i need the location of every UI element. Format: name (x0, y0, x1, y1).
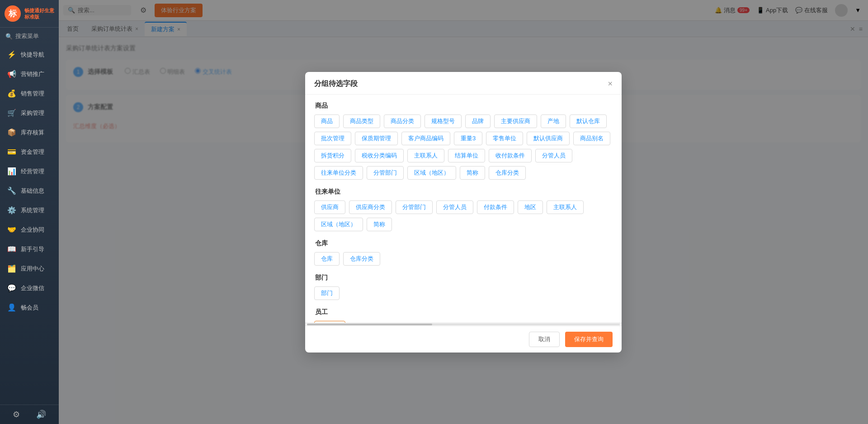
field-tag[interactable]: 部门 (314, 286, 340, 300)
member-icon: 👤 (7, 303, 16, 312)
field-tag[interactable]: 默认仓库 (570, 114, 607, 128)
modal-title: 分组待选字段 (314, 79, 358, 89)
section-product: 商品 商品 商品类型 商品分类 规格型号 品牌 主要供应商 产地 默认仓库 批次… (314, 102, 613, 180)
section-department: 部门 部门 (314, 274, 613, 300)
section-warehouse: 仓库 仓库 仓库分类 (314, 239, 613, 266)
field-tag[interactable]: 付款条件 (477, 200, 514, 214)
field-tag[interactable]: 收付款条件 (489, 149, 532, 162)
field-tag[interactable]: 仓库 (314, 252, 340, 266)
sidebar: 标 畅捷通好生意 标准版 🔍 搜索菜单 ⚡ 快捷导航 📢 营销推广 💰 销售管理… (0, 0, 59, 424)
settings-gear-icon[interactable]: ⚙ (13, 410, 20, 419)
cancel-button[interactable]: 取消 (529, 332, 560, 347)
modal-horizontal-scrollbar[interactable] (305, 323, 622, 325)
sidebar-item-guide[interactable]: 📖 新手引导 (0, 239, 59, 259)
field-tag[interactable]: 供应商分类 (349, 200, 392, 214)
volume-icon[interactable]: 🔊 (36, 410, 46, 419)
section-partner-title: 往来单位 (314, 188, 613, 196)
field-tag[interactable]: 区域（地区） (407, 166, 456, 180)
sidebar-item-inventory[interactable]: 📦 库存核算 (0, 123, 59, 142)
apps-icon: 🗂️ (7, 264, 16, 273)
section-warehouse-title: 仓库 (314, 239, 613, 248)
sidebar-item-marketing[interactable]: 📢 营销推广 (0, 64, 59, 84)
field-tag[interactable]: 仓库分类 (343, 252, 380, 266)
section-employee: 员工 业务员 (314, 308, 613, 323)
field-tag[interactable]: 客户商品编码 (401, 132, 450, 145)
field-tag[interactable]: 地区 (518, 200, 543, 214)
field-tag[interactable]: 商品分类 (384, 114, 421, 128)
scrollbar-track (307, 324, 620, 325)
field-tag[interactable]: 简称 (460, 166, 485, 180)
sidebar-item-label: 畅会员 (21, 304, 38, 312)
field-tag[interactable]: 商品 (314, 114, 340, 128)
field-tag[interactable]: 主联系人 (547, 200, 584, 214)
sidebar-item-label: 应用中心 (21, 265, 44, 273)
finance-icon: 💳 (7, 148, 16, 156)
field-tag[interactable]: 仓库分类 (489, 166, 526, 180)
field-tag[interactable]: 保质期管理 (355, 132, 398, 145)
field-tag[interactable]: 往来单位分类 (314, 166, 363, 180)
field-tag[interactable]: 分管部门 (367, 166, 404, 180)
sidebar-item-quick-nav[interactable]: ⚡ 快捷导航 (0, 45, 59, 64)
field-tag[interactable]: 简称 (367, 218, 392, 231)
sidebar-item-label: 基础信息 (21, 187, 44, 195)
sidebar-item-label: 快捷导航 (21, 51, 44, 59)
modal-body: 商品 商品 商品类型 商品分类 规格型号 品牌 主要供应商 产地 默认仓库 批次… (305, 95, 622, 323)
sidebar-item-label: 销售管理 (21, 90, 44, 98)
inventory-icon: 📦 (7, 128, 16, 137)
field-tag[interactable]: 商品别名 (573, 132, 610, 145)
sidebar-item-operations[interactable]: 📊 经营管理 (0, 162, 59, 181)
field-tag[interactable]: 零售单位 (486, 132, 523, 145)
field-tag[interactable]: 品牌 (465, 114, 491, 128)
sidebar-item-label: 资金管理 (21, 148, 44, 156)
app-logo-icon: 标 (5, 5, 21, 22)
sidebar-item-partner[interactable]: 🤝 企业协同 (0, 220, 59, 239)
modal-field-selector: 分组待选字段 × 商品 商品 商品类型 商品分类 规格型号 品牌 主要供应商 产… (305, 72, 622, 353)
field-tag[interactable]: 规格型号 (425, 114, 462, 128)
sidebar-search-label: 搜索菜单 (15, 32, 39, 40)
sidebar-item-apps[interactable]: 🗂️ 应用中心 (0, 259, 59, 278)
field-tag[interactable]: 产地 (541, 114, 566, 128)
sidebar-item-wechat[interactable]: 💬 企业微信 (0, 278, 59, 298)
field-tag[interactable]: 税收分类编码 (355, 149, 404, 162)
field-tag[interactable]: 分管人员 (535, 149, 572, 162)
partner-icon: 🤝 (7, 225, 16, 234)
operations-icon: 📊 (7, 167, 16, 176)
sidebar-item-label: 库存核算 (21, 129, 44, 137)
sidebar-item-sales[interactable]: 💰 销售管理 (0, 84, 59, 103)
sidebar-item-purchase[interactable]: 🛒 采购管理 (0, 103, 59, 123)
section-department-fields: 部门 (314, 286, 613, 300)
sidebar-item-member[interactable]: 👤 畅会员 (0, 298, 59, 317)
sidebar-item-basics[interactable]: 🔧 基础信息 (0, 181, 59, 200)
modal-close-icon[interactable]: × (608, 80, 613, 88)
section-product-title: 商品 (314, 102, 613, 110)
field-tag[interactable]: 默认供应商 (527, 132, 570, 145)
sidebar-search[interactable]: 🔍 搜索菜单 (0, 28, 59, 45)
field-tag[interactable]: 重量3 (454, 132, 482, 145)
field-tag[interactable]: 商品类型 (343, 114, 380, 128)
field-tag[interactable]: 分管人员 (436, 200, 473, 214)
marketing-icon: 📢 (7, 70, 16, 78)
field-tag[interactable]: 拆货积分 (314, 149, 351, 162)
field-tag[interactable]: 主联系人 (407, 149, 444, 162)
sidebar-item-label: 经营管理 (21, 167, 44, 176)
wechat-icon: 💬 (7, 284, 16, 292)
modal-footer: 取消 保存并查询 (305, 326, 622, 353)
sidebar-item-label: 营销推广 (21, 70, 44, 78)
sidebar-item-finance[interactable]: 💳 资金管理 (0, 142, 59, 162)
section-product-fields: 商品 商品类型 商品分类 规格型号 品牌 主要供应商 产地 默认仓库 批次管理 … (314, 114, 613, 180)
search-icon: 🔍 (5, 33, 13, 40)
field-tag[interactable]: 分管部门 (396, 200, 433, 214)
modal-header: 分组待选字段 × (305, 72, 622, 95)
field-tag[interactable]: 区域（地区） (314, 218, 363, 231)
sidebar-item-label: 企业微信 (21, 284, 44, 292)
field-tag[interactable]: 主要供应商 (494, 114, 537, 128)
field-tag[interactable]: 结算单位 (448, 149, 485, 162)
app-logo-text: 畅捷通好生意 标准版 (24, 7, 54, 20)
sidebar-bottom: ⚙ 🔊 (0, 405, 59, 424)
field-tag[interactable]: 批次管理 (314, 132, 351, 145)
sidebar-logo: 标 畅捷通好生意 标准版 (0, 0, 59, 28)
scrollbar-thumb[interactable] (307, 324, 432, 325)
sidebar-item-system[interactable]: ⚙️ 系统管理 (0, 200, 59, 220)
confirm-button[interactable]: 保存并查询 (565, 332, 613, 347)
field-tag[interactable]: 供应商 (314, 200, 345, 214)
